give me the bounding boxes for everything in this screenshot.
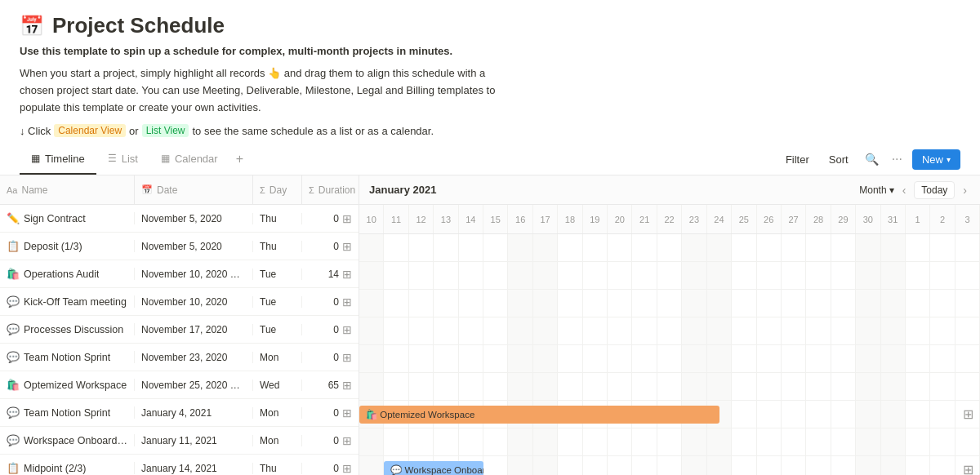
row-icon: ✏️ bbox=[7, 212, 20, 224]
timeline-row bbox=[359, 373, 980, 401]
page-hint: ↓ Click Calendar View or List View to se… bbox=[20, 124, 960, 137]
month-select-label: Month bbox=[859, 184, 886, 196]
cell-duration: 0 ⊞ bbox=[302, 212, 359, 225]
sort-button[interactable]: Sort bbox=[822, 150, 855, 169]
timeline-row: 💬 Workspace Onboarding⊞ bbox=[359, 456, 980, 475]
timeline-bar[interactable]: 🛍️ Optemized Workspace bbox=[359, 406, 719, 424]
day-header-col: 31 bbox=[881, 205, 906, 233]
row-name: Sign Contract bbox=[24, 213, 86, 224]
tab-timeline-label: Timeline bbox=[45, 153, 85, 165]
table-row[interactable]: 📋 Midpoint (2/3) January 14, 2021 Thu 0 … bbox=[0, 455, 359, 475]
cell-date: November 23, 2020 bbox=[135, 352, 253, 363]
day-header-col: 11 bbox=[384, 205, 408, 233]
day-header-col: 28 bbox=[806, 205, 831, 233]
timeline-icon: ▦ bbox=[31, 153, 40, 164]
row-icon: 🛍️ bbox=[7, 268, 20, 280]
col-date-header: 📅 Date bbox=[135, 175, 253, 204]
add-timeline-item-button[interactable]: ⊞ bbox=[963, 462, 973, 475]
col-duration-header: Σ Duration bbox=[302, 175, 359, 204]
table-row[interactable]: 🛍️ Operations Audit November 10, 2020 → … bbox=[0, 260, 359, 288]
cell-date: November 10, 2020 → Nove bbox=[135, 269, 253, 280]
cell-name: 🛍️ Optemized Workspace bbox=[0, 379, 135, 391]
right-timeline: January 2021 Month ▾ ‹ Today › 101112131… bbox=[359, 175, 980, 475]
day-header-col: 26 bbox=[757, 205, 782, 233]
page-subtitle: Use this template to spin up a schedule … bbox=[20, 45, 960, 57]
day-header-col: 10 bbox=[359, 205, 384, 233]
day-header-col: 24 bbox=[707, 205, 732, 233]
table-row[interactable]: 💬 Workspace Onboarding January 11, 2021 … bbox=[0, 427, 359, 455]
table-row[interactable]: 💬 Processes Discussion November 17, 2020… bbox=[0, 316, 359, 344]
row-name: Team Notion Sprint bbox=[24, 407, 110, 419]
timeline-grid bbox=[359, 345, 980, 372]
row-icon: 📋 bbox=[7, 240, 20, 252]
day-header-col: 23 bbox=[682, 205, 706, 233]
tabs: ▦ Timeline ☰ List ▦ Calendar + bbox=[20, 144, 250, 175]
add-row-button[interactable]: ⊞ bbox=[342, 323, 352, 336]
timeline-grid bbox=[359, 373, 980, 400]
add-row-button[interactable]: ⊞ bbox=[342, 351, 352, 364]
tab-calendar[interactable]: ▦ Calendar bbox=[149, 144, 229, 175]
cell-name: 💬 Processes Discussion bbox=[0, 323, 135, 335]
table-row[interactable]: ✏️ Sign Contract November 5, 2020 Thu 0 … bbox=[0, 205, 359, 233]
cell-date: November 25, 2020 → Janu bbox=[135, 380, 253, 391]
list-icon: ☰ bbox=[108, 153, 117, 164]
add-row-button[interactable]: ⊞ bbox=[342, 268, 352, 281]
cell-day: Thu bbox=[253, 241, 302, 252]
tab-timeline[interactable]: ▦ Timeline bbox=[20, 144, 96, 175]
tab-calendar-label: Calendar bbox=[175, 153, 218, 165]
hint-prefix: ↓ Click bbox=[20, 125, 51, 137]
timeline-grid bbox=[359, 262, 980, 289]
add-row-button[interactable]: ⊞ bbox=[342, 295, 352, 309]
timeline-grid bbox=[359, 428, 980, 455]
cell-duration: 0 ⊞ bbox=[302, 406, 359, 420]
timeline-bar[interactable]: 💬 Workspace Onboarding bbox=[384, 461, 483, 475]
new-button[interactable]: New ▾ bbox=[912, 149, 960, 170]
filter-button[interactable]: Filter bbox=[779, 150, 816, 169]
row-icon: 💬 bbox=[7, 434, 20, 446]
table-row[interactable]: 📋 Deposit (1/3) November 5, 2020 Thu 0 ⊞ bbox=[0, 233, 359, 260]
cell-name: 📋 Deposit (1/3) bbox=[0, 240, 135, 252]
hint-suffix: to see the same schedule as a list or as… bbox=[192, 125, 434, 137]
add-row-button[interactable]: ⊞ bbox=[342, 240, 352, 253]
table-row[interactable]: 💬 Team Notion Sprint November 23, 2020 M… bbox=[0, 344, 359, 371]
add-row-button[interactable]: ⊞ bbox=[342, 406, 352, 420]
month-select-button[interactable]: Month ▾ bbox=[859, 184, 893, 196]
add-row-button[interactable]: ⊞ bbox=[342, 379, 352, 392]
tab-list[interactable]: ☰ List bbox=[96, 144, 149, 175]
table-row[interactable]: 🛍️ Optemized Workspace November 25, 2020… bbox=[0, 371, 359, 399]
add-timeline-item-button[interactable]: ⊞ bbox=[963, 406, 973, 422]
day-header-col: 22 bbox=[657, 205, 682, 233]
day-header-col: 16 bbox=[508, 205, 532, 233]
add-row-button[interactable]: ⊞ bbox=[342, 462, 352, 475]
table-row[interactable]: 💬 Kick-Off Team meeting November 10, 202… bbox=[0, 288, 359, 316]
col-day-header: Σ Day bbox=[253, 175, 302, 204]
page-icon: 📅 bbox=[20, 15, 44, 38]
col-duration-label: Duration bbox=[318, 184, 355, 196]
cell-day: Mon bbox=[253, 352, 302, 363]
day-header-col: 13 bbox=[434, 205, 458, 233]
cell-duration: 0 ⊞ bbox=[302, 323, 359, 336]
day-header-col: 29 bbox=[831, 205, 856, 233]
search-button[interactable]: 🔍 bbox=[862, 149, 882, 169]
next-month-button[interactable]: › bbox=[960, 182, 970, 198]
timeline-grid bbox=[359, 290, 980, 317]
day-header-col: 18 bbox=[558, 205, 582, 233]
timeline-controls: Month ▾ ‹ Today › bbox=[859, 181, 970, 199]
toolbar: ▦ Timeline ☰ List ▦ Calendar + Filter So… bbox=[0, 144, 980, 175]
table-row[interactable]: 💬 Team Notion Sprint January 4, 2021 Mon… bbox=[0, 399, 359, 427]
add-row-button[interactable]: ⊞ bbox=[342, 434, 352, 447]
timeline-row: 🛍️ Optemized Workspace⊞ bbox=[359, 401, 980, 428]
month-label: January 2021 bbox=[369, 184, 436, 196]
page-description: When you start a project, simply highlig… bbox=[20, 65, 510, 116]
add-view-button[interactable]: + bbox=[229, 144, 250, 175]
row-name: Operations Audit bbox=[24, 269, 99, 280]
add-row-button[interactable]: ⊞ bbox=[342, 212, 352, 225]
timeline-row bbox=[359, 428, 980, 456]
hint-tag-list[interactable]: List View bbox=[142, 124, 189, 137]
row-icon: 💬 bbox=[7, 323, 20, 335]
today-button[interactable]: Today bbox=[914, 181, 955, 199]
more-options-button[interactable]: ··· bbox=[889, 149, 906, 170]
cell-day: Tue bbox=[253, 324, 302, 335]
hint-tag-calendar[interactable]: Calendar View bbox=[54, 124, 126, 137]
prev-month-button[interactable]: ‹ bbox=[899, 182, 910, 198]
